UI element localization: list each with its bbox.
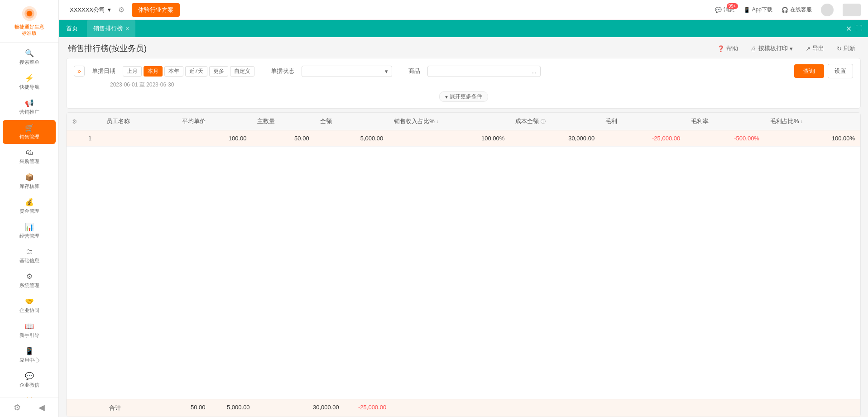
help-icon: ❓ [717,45,724,52]
sidebar-item-销售管理[interactable]: 🛒销售管理 [3,120,56,144]
tab-sales-ranking[interactable]: 销售排行榜 × [87,20,135,37]
nav-label: 企业协同 [19,307,39,314]
avatar[interactable] [821,4,834,16]
sidebar-item-应用中心[interactable]: 📱应用中心 [3,343,56,367]
date-btn-本月[interactable]: 本月 [144,66,163,77]
nav-label: 应用中心 [19,357,39,364]
date-range-display: 2023-06-01 至 2023-06-30 [110,80,853,89]
date-range-text: 2023-06-01 至 2023-06-30 [110,81,174,88]
row-gross-pct: 100.00% [765,130,860,147]
main-area: XXXXXX公司 ▾ ⚙ 体验行业方案 💬 消息 99+ 📱 App下载 🎧 在… [59,0,868,417]
footer-label: 合计 [104,404,149,412]
date-btn-自定义[interactable]: 自定义 [230,66,254,77]
row-gross: -25,000.00 [600,130,686,147]
chevron-down-icon: ▾ [108,6,111,13]
goods-label: 商品 [408,67,420,75]
trial-button[interactable]: 体验行业方案 [132,3,180,17]
settings-bottom-icon[interactable]: ⚙ [14,403,21,412]
online-service-button[interactable]: 🎧 在线客服 [782,6,812,14]
col-gross-pct: 毛利占比% ↕ [765,113,860,130]
tab-home[interactable]: 首页 [59,20,85,37]
page-title: 销售排行榜(按业务员) [68,43,147,54]
sidebar-item-资金管理[interactable]: 💰资金管理 [3,194,56,218]
app-download-button[interactable]: 📱 App下载 [743,6,772,14]
svg-point-2 [26,11,32,17]
col-gross-rate: 毛利率 [686,113,765,130]
sidebar: 畅捷通好生意 标准版 🔍搜索菜单⚡快捷导航📢营销推广🛒销售管理🛍采购管理📦库存核… [0,0,59,417]
nav-label: 新手引导 [19,332,39,339]
company-settings-icon[interactable]: ⚙ [118,5,125,14]
expand-row: ▾ 展开更多条件 [74,89,853,103]
nav-icon: 💬 [25,372,34,380]
footer-sales-pct [262,404,307,412]
export-label: 导出 [812,44,824,53]
date-btn-更多[interactable]: 更多 [209,66,228,77]
tab-label: 销售排行榜 [93,24,123,33]
sidebar-item-营销推广[interactable]: 📢营销推广 [3,95,56,119]
export-icon: ↗ [806,45,810,52]
nav-label: 采购管理 [19,158,39,165]
top-bar-right: 💬 消息 99+ 📱 App下载 🎧 在线客服 [715,4,861,16]
company-selector[interactable]: XXXXXX公司 ▾ [66,4,115,16]
sidebar-item-采购管理[interactable]: 🛍采购管理 [3,145,56,168]
sidebar-item-企业协同[interactable]: 🤝企业协同 [3,293,56,317]
date-btn-上月[interactable]: 上月 [123,66,142,77]
filter-row-main: » 单据日期 上月本月本年近7天更多自定义 单据状态 ▾ 商品 ... [74,64,853,78]
sidebar-item-企业微信[interactable]: 💬企业微信 [3,368,56,392]
export-button[interactable]: ↗ 导出 [802,43,828,54]
help-button[interactable]: ❓ 帮助 [714,43,742,54]
sidebar-item-快捷导航[interactable]: ⚡快捷导航 [3,70,56,94]
date-label: 单据日期 [92,67,115,75]
sidebar-item-系统管理[interactable]: ⚙系统管理 [3,268,56,292]
date-btn-本年[interactable]: 本年 [164,66,183,77]
col-gross: 毛利 [600,113,686,130]
footer-amount: 5,000.00 [221,404,262,412]
nav-icon: 🤝 [25,297,34,306]
tab-close-icon[interactable]: × [125,25,129,32]
filter-toggle-button[interactable]: » [74,66,85,77]
headset-icon: 🎧 [782,7,788,13]
table-container: ⚙ 员工名称 平均单价 主数量 全额 销售收入占比% ↕ 成本全额 ⓘ 毛利 毛… [66,112,861,417]
col-settings[interactable]: ⚙ [67,113,83,130]
goods-more-icon: ... [532,68,537,75]
nav-icon: 🛍 [26,149,33,157]
row-cost: 30,000.00 [510,130,600,147]
close-window-icon[interactable]: ✕ [846,24,852,33]
footer-empty2 [86,404,104,412]
nav-label: 快捷导航 [19,84,39,91]
sidebar-item-新手引导[interactable]: 📖新手引导 [3,318,56,342]
print-icon: 🖨 [751,45,757,52]
logo-text: 畅捷通好生意 标准版 [14,24,44,37]
goods-input[interactable]: ... [427,66,541,77]
message-button[interactable]: 💬 消息 99+ [715,6,734,14]
refresh-button[interactable]: ↻ 刷新 [833,43,859,54]
date-btn-近7天[interactable]: 近7天 [185,66,207,77]
expand-button[interactable]: ▾ 展开更多条件 [439,91,488,102]
phone-icon: 📱 [743,7,750,13]
query-button[interactable]: 查询 [794,64,824,78]
sidebar-item-经营管理[interactable]: 📊经营管理 [3,219,56,243]
status-select[interactable]: ▾ [302,66,392,77]
row-settings [67,130,83,147]
sidebar-item-搜索菜单[interactable]: 🔍搜索菜单 [3,45,56,69]
nav-label: 库存核算 [19,183,39,190]
restore-window-icon[interactable]: ⛶ [855,24,863,33]
collapse-icon[interactable]: ◀ [38,403,45,412]
table-footer: 合计 50.00 5,000.00 30,000.00 -25,000.00 [67,399,860,417]
sidebar-item-基础信息[interactable]: 🗂基础信息 [3,244,56,268]
user-name-area [843,4,861,16]
settings-button[interactable]: 设置 [828,64,853,78]
sidebar-bottom: ⚙ ◀ [0,398,58,417]
logo-area: 畅捷通好生意 标准版 [0,0,58,43]
sidebar-item-畅会员[interactable]: 👑畅会员 [3,393,56,398]
company-name: XXXXXX公司 [70,6,105,14]
col-amount: 全额 [315,113,389,130]
app-download-label: App下载 [752,6,772,14]
filter-action-area: 查询 设置 [794,64,853,78]
logo-icon [21,5,38,22]
print-button[interactable]: 🖨 按模板打印 ▾ [747,43,796,54]
nav-icon: 📊 [25,223,34,231]
nav-icon: 📦 [25,173,34,182]
nav-label: 销售管理 [19,134,39,140]
sidebar-item-库存核算[interactable]: 📦库存核算 [3,169,56,193]
